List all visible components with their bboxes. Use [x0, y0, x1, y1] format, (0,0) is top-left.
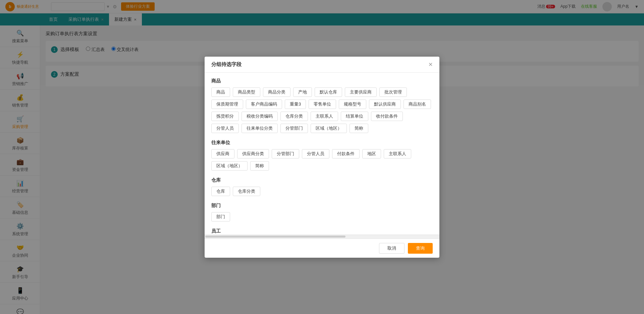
field-tag[interactable]: 重量3: [285, 100, 306, 109]
field-tag[interactable]: 分管部门: [272, 149, 299, 159]
modal-title: 分组待选字段: [211, 61, 241, 68]
field-group-goods: 商品 商品 商品类型 商品分类 产地 默认仓库 主要供应商 批次管理 保质期管理…: [211, 78, 433, 133]
field-group-dept: 部门 部门: [211, 203, 433, 222]
field-tag[interactable]: 地区: [362, 149, 381, 159]
field-tag[interactable]: 商品: [211, 87, 230, 97]
field-tag[interactable]: 部门: [211, 212, 230, 222]
confirm-button[interactable]: 查询: [408, 243, 433, 254]
field-tag[interactable]: 主联系人: [384, 149, 411, 159]
field-tag[interactable]: 默认仓库: [315, 87, 342, 97]
modal-body: 商品 商品 商品类型 商品分类 产地 默认仓库 主要供应商 批次管理 保质期管理…: [205, 73, 439, 235]
field-select-modal: 分组待选字段 ✕ 商品 商品 商品类型 商品分类 产地 默认仓库 主要供应商 批…: [205, 57, 439, 258]
field-tag[interactable]: 仓库分类: [280, 112, 308, 121]
field-group-partners: 往来单位 供应商 供应商分类 分管部门 分管人员 付款条件 地区 主联系人 区域…: [211, 140, 433, 171]
field-tag[interactable]: 批次管理: [379, 87, 407, 97]
field-tag[interactable]: 默认供应商: [369, 100, 401, 109]
partners-group-title: 往来单位: [211, 140, 433, 146]
warehouse-group-title: 仓库: [211, 177, 433, 183]
field-tag[interactable]: 付款条件: [332, 149, 360, 159]
partners-tags: 供应商 供应商分类 分管部门 分管人员 付款条件 地区 主联系人 区域（地区） …: [211, 149, 433, 171]
field-group-warehouse: 仓库 仓库 仓库分类: [211, 177, 433, 196]
field-tag[interactable]: 区域（地区）: [211, 161, 248, 171]
field-tag[interactable]: 分管人员: [211, 124, 239, 133]
staff-group-title: 员工: [211, 228, 433, 234]
field-tag[interactable]: 仓库分类: [233, 187, 260, 196]
field-tag[interactable]: 商品别名: [404, 100, 431, 109]
field-tag[interactable]: 区域（地区）: [311, 124, 347, 133]
modal-footer: 取消 查询: [205, 239, 439, 258]
field-tag[interactable]: 供应商: [211, 149, 234, 159]
field-tag[interactable]: 拣货积分: [211, 112, 239, 121]
field-tag[interactable]: 规格型号: [339, 100, 366, 109]
field-tag[interactable]: 商品类型: [233, 87, 260, 97]
modal-close-btn[interactable]: ✕: [428, 61, 433, 68]
goods-tags: 商品 商品类型 商品分类 产地 默认仓库 主要供应商 批次管理 保质期管理 客户…: [211, 87, 433, 133]
field-tag[interactable]: 主要供应商: [345, 87, 377, 97]
field-tag[interactable]: 简称: [250, 161, 269, 171]
field-tag[interactable]: 零售单位: [309, 100, 336, 109]
field-tag[interactable]: 税收分类编码: [241, 112, 278, 121]
field-tag[interactable]: 结算单位: [341, 112, 368, 121]
cancel-button[interactable]: 取消: [379, 243, 405, 254]
modal-header: 分组待选字段 ✕: [205, 57, 439, 73]
field-tag[interactable]: 分管人员: [302, 149, 329, 159]
field-tag[interactable]: 仓库: [211, 187, 230, 196]
goods-group-title: 商品: [211, 78, 433, 84]
field-tag[interactable]: 供应商分类: [237, 149, 269, 159]
field-tag[interactable]: 产地: [293, 87, 312, 97]
field-tag[interactable]: 往来单位分类: [241, 124, 278, 133]
warehouse-tags: 仓库 仓库分类: [211, 187, 433, 196]
field-tag[interactable]: 保质期管理: [211, 100, 243, 109]
hscroll-thumb: [205, 236, 345, 238]
field-tag[interactable]: 主联系人: [311, 112, 338, 121]
dept-group-title: 部门: [211, 203, 433, 209]
field-tag[interactable]: 分管部门: [280, 124, 308, 133]
field-tag[interactable]: 商品分类: [263, 87, 290, 97]
field-tag[interactable]: 简称: [350, 124, 368, 133]
dept-tags: 部门: [211, 212, 433, 222]
field-group-staff: 员工 业务员: [211, 228, 433, 235]
field-tag[interactable]: 收付款条件: [371, 112, 403, 121]
modal-hscroll: [205, 235, 439, 239]
field-tag[interactable]: 客户商品编码: [246, 100, 282, 109]
